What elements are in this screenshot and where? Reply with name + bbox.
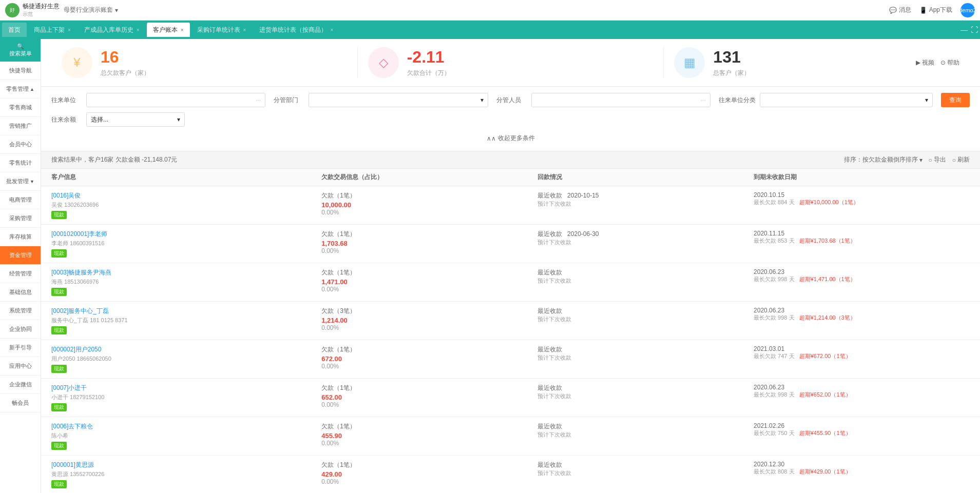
overdue-link[interactable]: 超期¥1,214.00（3笔） bbox=[799, 314, 856, 321]
close-icon[interactable]: × bbox=[137, 27, 140, 33]
tab-customer[interactable]: 客户账本 × bbox=[147, 23, 190, 37]
debt-amount[interactable]: 429.00 bbox=[321, 470, 537, 478]
card-actions: ▶ 视频 ⊙ 帮助 bbox=[916, 58, 959, 67]
debt-amount[interactable]: 10,000.00 bbox=[321, 201, 537, 209]
app-download-btn[interactable]: 📱 App下载 bbox=[919, 6, 952, 14]
customer-name[interactable]: [0002]服务中心_丁磊 bbox=[51, 307, 321, 315]
filter-row-1: 往来单位 ··· 分管部门 ▾ 分管人员 ··· bbox=[51, 93, 970, 107]
card-icon-money: ¥ bbox=[62, 47, 92, 78]
search-button[interactable]: 查询 bbox=[941, 93, 970, 107]
customer-name[interactable]: [0001020001]李老师 bbox=[51, 230, 321, 239]
sidebar-search[interactable]: 🔍 搜索菜单 bbox=[0, 39, 41, 62]
customer-name[interactable]: [0007]小迸干 bbox=[51, 384, 321, 392]
manager-input[interactable]: ··· bbox=[531, 93, 710, 107]
payment-label: 最近收款 bbox=[537, 345, 754, 354]
sidebar-item-member[interactable]: 会员中心 bbox=[0, 135, 41, 154]
debt-amount[interactable]: 455.90 bbox=[321, 432, 537, 440]
from-unit-label: 往来单位 bbox=[51, 96, 82, 105]
overdue-link[interactable]: 超期¥429.00（1笔） bbox=[799, 468, 851, 475]
tab-collapse-icon[interactable]: — bbox=[960, 26, 968, 34]
balance-select[interactable]: 选择... ▾ bbox=[86, 112, 185, 127]
close-icon[interactable]: × bbox=[243, 27, 246, 33]
video-btn[interactable]: ▶ 视频 bbox=[916, 58, 934, 67]
overdue-link[interactable]: 超期¥652.00（1笔） bbox=[799, 391, 851, 398]
debt-info: 欠款（1笔） bbox=[321, 384, 537, 392]
sidebar-item-vip-member[interactable]: 畅会员 bbox=[0, 394, 41, 412]
from-unit-input[interactable]: ··· bbox=[86, 93, 265, 107]
overdue-cell: 2021.02.26 最长欠款 750 天 超期¥455.90（1笔） bbox=[754, 422, 970, 437]
card-icon-building: ▦ bbox=[674, 47, 705, 78]
overdue-cell: 2020.12.30 最长欠款 808 天 超期¥429.00（1笔） bbox=[754, 461, 970, 476]
overdue-link[interactable]: 超期¥10,000.00（1笔） bbox=[799, 199, 859, 205]
dept-select[interactable]: ▾ bbox=[309, 93, 488, 107]
card-total-debt: ◇ -2.11 欠款合计（万） bbox=[358, 47, 664, 78]
customer-info-cell: [0006]去下粮仓 陈小希 现款 bbox=[51, 422, 321, 450]
customer-name[interactable]: [000001]黄思源 bbox=[51, 461, 321, 469]
sidebar-item-inventory[interactable]: 库存核算 bbox=[0, 228, 41, 246]
customer-phone: 李老师 18600391516 bbox=[51, 240, 321, 247]
total-debt-label: 欠款合计（万） bbox=[407, 69, 654, 77]
sidebar-item-system[interactable]: 系统管理 bbox=[0, 302, 41, 320]
data-table: 客户信息 欠款交易信息（占比） 回款情况 到期未收款日期 [0016]吴俊 吴俊… bbox=[41, 169, 980, 493]
overdue-link[interactable]: 超期¥672.00（1笔） bbox=[799, 353, 851, 359]
close-icon[interactable]: × bbox=[181, 27, 184, 33]
overdue-link[interactable]: 超期¥1,471.00（1笔） bbox=[799, 276, 856, 282]
sidebar-item-app-center[interactable]: 应用中心 bbox=[0, 357, 41, 376]
filter-unit-type: 往来单位分类 ▾ bbox=[719, 93, 933, 107]
sidebar-item-quick-nav[interactable]: 快捷导航 bbox=[0, 62, 41, 80]
tab-production[interactable]: 产成品入库单历史 × bbox=[78, 23, 146, 37]
sidebar-item-corp-wechat[interactable]: 企业微信 bbox=[0, 376, 41, 394]
customer-info-cell: [000001]黄思源 黄思源 13552700226 现款 bbox=[51, 461, 321, 488]
overdue-link[interactable]: 超期¥455.90（1笔） bbox=[799, 430, 851, 436]
debt-amount[interactable]: 672.00 bbox=[321, 355, 537, 363]
customer-name[interactable]: [0006]去下粮仓 bbox=[51, 422, 321, 431]
sidebar-item-retail-stats[interactable]: 零售统计 bbox=[0, 154, 41, 172]
customer-info-cell: [0007]小迸干 小迸干 18279152100 现款 bbox=[51, 384, 321, 411]
sidebar-item-ecom[interactable]: 电商管理 bbox=[0, 191, 41, 209]
debt-amount[interactable]: 1,214.00 bbox=[321, 317, 537, 324]
tab-home[interactable]: 首页 bbox=[2, 23, 27, 37]
tab-products[interactable]: 商品上下架 × bbox=[28, 23, 77, 37]
sidebar-item-ops[interactable]: 经营管理 bbox=[0, 265, 41, 283]
debt-ratio: 0.00% bbox=[321, 209, 537, 216]
sidebar-item-basic[interactable]: 基础信息 bbox=[0, 283, 41, 302]
close-icon[interactable]: × bbox=[68, 27, 71, 33]
overdue-customer-count: 16 bbox=[101, 48, 347, 67]
close-icon[interactable]: × bbox=[330, 27, 333, 33]
tab-purchase[interactable]: 采购订单统计表 × bbox=[191, 23, 253, 37]
avatar[interactable]: demo2 bbox=[960, 3, 975, 17]
sidebar-item-capital[interactable]: 资金管理 bbox=[0, 246, 41, 265]
overdue-link[interactable]: 超期¥1,703.68（1笔） bbox=[799, 238, 856, 244]
customer-tag: 现款 bbox=[51, 326, 67, 334]
store-selector[interactable]: 母婴行业演示账套 ▾ bbox=[64, 6, 118, 14]
customer-name[interactable]: [0016]吴俊 bbox=[51, 191, 321, 200]
sidebar-item-retail-mgmt[interactable]: 零售管理 ▲ bbox=[0, 80, 41, 98]
sidebar-item-purchase[interactable]: 采购管理 bbox=[0, 209, 41, 228]
tab-expand-icon[interactable]: ⛶ bbox=[971, 26, 978, 34]
message-btn[interactable]: 💬 消息 bbox=[889, 6, 911, 14]
tab-inventory[interactable]: 进货单统计表（按商品） × bbox=[253, 23, 339, 37]
overdue-date: 2020.06.23 bbox=[754, 384, 970, 391]
sidebar-item-corp-collab[interactable]: 企业协同 bbox=[0, 320, 41, 339]
sidebar-item-marketing[interactable]: 营销推广 bbox=[0, 117, 41, 135]
unit-type-select[interactable]: ▾ bbox=[760, 93, 933, 107]
sidebar-item-batch-mgmt[interactable]: 批发管理 ▼ bbox=[0, 172, 41, 191]
collapse-btn[interactable]: ∧∧ 收起更多条件 bbox=[51, 132, 970, 145]
sort-label[interactable]: 排序：按欠款金额倒序排序 ▾ bbox=[844, 155, 923, 164]
payment-cell: 最近收款 预计下次收款 bbox=[537, 422, 754, 439]
customer-info-cell: [000002]用户2050 用户2050 18665062050 现款 bbox=[51, 345, 321, 373]
help-btn[interactable]: ⊙ 帮助 bbox=[940, 58, 959, 67]
debt-amount[interactable]: 1,471.00 bbox=[321, 278, 537, 286]
results-actions: 排序：按欠款金额倒序排序 ▾ ○ 导出 ○ 刷新 bbox=[844, 155, 970, 164]
debt-amount[interactable]: 652.00 bbox=[321, 393, 537, 401]
customer-name[interactable]: [000002]用户2050 bbox=[51, 345, 321, 354]
export-btn[interactable]: ○ 导出 bbox=[929, 155, 946, 164]
debt-amount[interactable]: 1,703.68 bbox=[321, 240, 537, 247]
sidebar-item-retail-mall[interactable]: 零售商城 bbox=[0, 98, 41, 117]
results-bar: 搜索结果中，客户16家 欠款金额 -21,148.07元 排序：按欠款金额倒序排… bbox=[41, 151, 980, 169]
customer-phone: 黄思源 13552700226 bbox=[51, 470, 321, 478]
overdue-days: 最长欠款 853 天 超期¥1,703.68（1笔） bbox=[754, 237, 970, 245]
refresh-btn[interactable]: ○ 刷新 bbox=[952, 155, 970, 164]
sidebar-item-new-guide[interactable]: 新手引导 bbox=[0, 339, 41, 357]
customer-name[interactable]: [0003]畅捷服务尹海燕 bbox=[51, 268, 321, 277]
